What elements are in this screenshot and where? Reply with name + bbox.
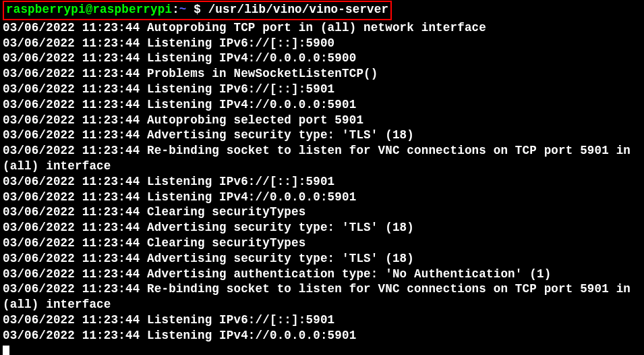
log-line: 03/06/2022 11:23:44 Re-binding socket to…: [3, 143, 641, 174]
log-line: 03/06/2022 11:23:44 Listening IPv6://[::…: [3, 174, 641, 190]
log-line: 03/06/2022 11:23:44 Listening IPv6://[::…: [3, 82, 641, 97]
log-line: 03/06/2022 11:23:44 Listening IPv6://[::…: [3, 312, 641, 328]
cursor: [3, 346, 9, 355]
log-line: 03/06/2022 11:23:44 Advertising security…: [3, 128, 641, 143]
log-line: 03/06/2022 11:23:44 Autoprobing TCP port…: [3, 20, 641, 36]
log-line: 03/06/2022 11:23:44 Listening IPv4://0.0…: [3, 190, 641, 205]
log-line: 03/06/2022 11:23:44 Advertising security…: [3, 220, 641, 236]
log-line: 03/06/2022 11:23:44 Advertising authenti…: [3, 267, 641, 282]
terminal[interactable]: raspberrypi@raspberrypi:~ $ /usr/lib/vin…: [3, 1, 641, 355]
prompt-line: raspberrypi@raspberrypi:~ $ /usr/lib/vin…: [3, 1, 641, 20]
command-text: /usr/lib/vino/vino-server: [208, 3, 389, 16]
prompt-path: ~: [179, 3, 187, 16]
log-line: 03/06/2022 11:23:44 Advertising security…: [3, 251, 641, 267]
log-line: 03/06/2022 11:23:44 Listening IPv4://0.0…: [3, 51, 641, 66]
prompt-dollar: $: [187, 3, 208, 16]
log-line: 03/06/2022 11:23:44 Re-binding socket to…: [3, 281, 641, 312]
prompt-user-host: raspberrypi@raspberrypi: [6, 3, 172, 16]
log-line: 03/06/2022 11:23:44 Listening IPv6://[::…: [3, 36, 641, 51]
highlight-box: raspberrypi@raspberrypi:~ $ /usr/lib/vin…: [3, 1, 392, 20]
prompt-separator: :: [172, 3, 179, 16]
log-line: 03/06/2022 11:23:44 Listening IPv4://0.0…: [3, 328, 641, 344]
log-line: 03/06/2022 11:23:44 Problems in NewSocke…: [3, 66, 641, 82]
log-line: 03/06/2022 11:23:44 Listening IPv4://0.0…: [3, 97, 641, 113]
log-line: 03/06/2022 11:23:44 Clearing securityTyp…: [3, 204, 641, 220]
log-line: 03/06/2022 11:23:44 Clearing securityTyp…: [3, 236, 641, 251]
log-line: 03/06/2022 11:23:44 Autoprobing selected…: [3, 113, 641, 128]
